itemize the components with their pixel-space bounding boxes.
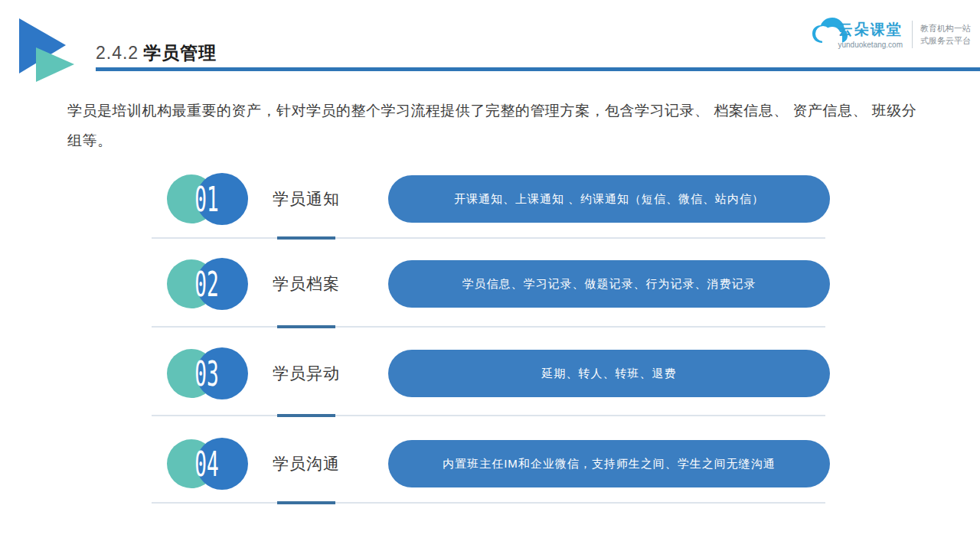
brand-logo: 云朵课堂 yunduoketang.com 教育机构一站 式服务云平台 (838, 20, 971, 49)
row-separator (152, 326, 825, 328)
row-separator (152, 502, 825, 504)
brand-divider (912, 21, 913, 48)
row-separator (152, 415, 825, 416)
separator-accent (277, 501, 335, 504)
logo-triangles-icon (14, 14, 79, 86)
title-underline (96, 67, 980, 71)
row-number: 01 (184, 180, 230, 218)
section-title: 学员管理 (143, 43, 217, 63)
brand-lockup: 云朵课堂 yunduoketang.com (838, 20, 903, 49)
separator-accent (277, 325, 335, 328)
page-title: 2.4.2学员管理 (96, 41, 217, 65)
row-description-pill: 开课通知、上课通知 、约课通知（短信、微信、站内信） (388, 175, 830, 223)
slide: 2.4.2学员管理 云朵课堂 yunduoketang.com 教育机构一站 式… (0, 0, 980, 551)
row-description-pill: 内置班主任IM和企业微信，支持师生之间、学生之间无缝沟通 (388, 440, 830, 487)
number-badge: 04 (167, 438, 248, 490)
row-label: 学员异动 (253, 347, 360, 399)
number-badge: 02 (167, 258, 248, 310)
row-label: 学员沟通 (253, 438, 360, 490)
row-number: 02 (184, 265, 230, 303)
separator-accent (277, 414, 335, 417)
section-number: 2.4.2 (96, 43, 139, 63)
row-description-pill: 延期、转人、转班、退费 (388, 350, 830, 397)
row-description-pill: 学员信息、学习记录、做题记录、行为记录、消费记录 (388, 260, 830, 308)
row-number: 04 (184, 445, 230, 483)
number-badge: 03 (167, 347, 248, 399)
separator-accent (277, 236, 335, 240)
feature-row-notify: 01 学员通知 开课通知、上课通知 、约课通知（短信、微信、站内信） (0, 173, 980, 225)
brand-tagline-line2: 式服务云平台 (920, 34, 971, 47)
row-number: 03 (184, 354, 230, 393)
brand-tagline-line1: 教育机构一站 (920, 22, 971, 34)
feature-row-archive: 02 学员档案 学员信息、学习记录、做题记录、行为记录、消费记录 (0, 258, 980, 310)
feature-row-communicate: 04 学员沟通 内置班主任IM和企业微信，支持师生之间、学生之间无缝沟通 (0, 438, 980, 490)
number-badge: 01 (167, 173, 248, 225)
intro-paragraph: 学员是培训机构最重要的资产，针对学员的整个学习流程提供了完整的管理方案，包含学习… (67, 96, 929, 155)
brand-name: 云朵课堂 (838, 20, 903, 40)
row-label: 学员档案 (253, 258, 360, 310)
brand-tagline: 教育机构一站 式服务云平台 (920, 22, 971, 47)
row-label: 学员通知 (253, 173, 360, 225)
feature-row-change: 03 学员异动 延期、转人、转班、退费 (0, 347, 980, 399)
row-separator (152, 237, 825, 239)
brand-domain: yunduoketang.com (838, 41, 903, 49)
